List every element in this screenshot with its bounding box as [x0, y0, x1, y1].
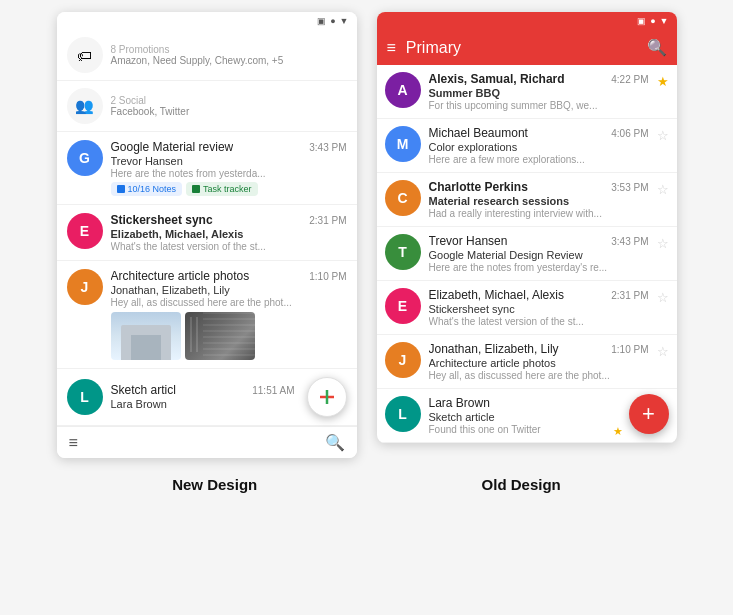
social-subtitle: Facebook, Twitter — [111, 106, 347, 117]
old-avatar-2: C — [385, 180, 421, 216]
star-filled-0[interactable]: ★ — [657, 74, 669, 89]
signal-icon: ● — [330, 16, 335, 26]
promotions-row[interactable]: 🏷 8 Promotions Amazon, Need Supply, Chew… — [57, 30, 357, 81]
old-sender-1: Michael Beaumont — [429, 126, 528, 140]
old-email-item-6[interactable]: L Lara Brown Sketch article Found this o… — [377, 389, 677, 443]
old-subject-0: Summer BBQ — [429, 87, 649, 99]
email-sender-0: Google Material review — [111, 140, 234, 154]
old-subject-4: Stickersheet sync — [429, 303, 649, 315]
old-email-item-2[interactable]: C Charlotte Perkins 3:53 PM Material res… — [377, 173, 677, 227]
star-empty-1[interactable]: ☆ — [657, 128, 669, 143]
old-email-content-4: Elizabeth, Michael, Alexis 2:31 PM Stick… — [429, 288, 649, 327]
new-design-mockup: ▣ ● ▼ 🏷 8 Promotions Amazon, Need Supply… — [57, 12, 357, 458]
hamburger-icon[interactable]: ≡ — [69, 434, 78, 452]
email-sender-2: Architecture article photos — [111, 269, 250, 283]
social-icon: 👥 — [67, 88, 103, 124]
wifi-icon: ▣ — [317, 16, 326, 26]
email-content-3: Sketch articl 11:51 AM Lara Brown — [111, 383, 295, 411]
avatar-2: J — [67, 269, 103, 305]
chip-tracker: Task tracker — [186, 182, 258, 196]
compose-fab-new[interactable] — [307, 377, 347, 417]
chip-notes-label: 10/16 Notes — [128, 184, 177, 194]
old-email-content-2: Charlotte Perkins 3:53 PM Material resea… — [429, 180, 649, 219]
old-email-content-5: Jonathan, Elizabeth, Lily 1:10 PM Archit… — [429, 342, 649, 381]
star-empty-2[interactable]: ☆ — [657, 182, 669, 197]
email-content-0: Google Material review 3:43 PM Trevor Ha… — [111, 140, 347, 196]
old-time-3: 3:43 PM — [611, 236, 648, 247]
email-item-1[interactable]: E Stickersheet sync 2:31 PM Elizabeth, M… — [57, 205, 357, 261]
promotions-subtitle: Amazon, Need Supply, Chewy.com, +5 — [111, 55, 347, 66]
avatar-letter-3: L — [80, 389, 89, 405]
email-subject-1: Elizabeth, Michael, Alexis — [111, 228, 347, 240]
avatar-letter-2: J — [81, 279, 89, 295]
email-list-new: 🏷 8 Promotions Amazon, Need Supply, Chew… — [57, 30, 357, 426]
compose-icon — [318, 388, 336, 406]
design-labels-row: New Design Old Design — [0, 468, 733, 493]
old-email-content-0: Alexis, Samual, Richard 4:22 PM Summer B… — [429, 72, 649, 111]
star-empty-4[interactable]: ☆ — [657, 290, 669, 305]
email-time-0: 3:43 PM — [309, 142, 346, 153]
old-preview-1: Here are a few more explorations... — [429, 154, 649, 165]
avatar-letter-1: E — [80, 223, 89, 239]
star-empty-5[interactable]: ☆ — [657, 344, 669, 359]
email-preview-0: Here are the notes from yesterda... — [111, 168, 347, 179]
social-info: 2 Social Facebook, Twitter — [111, 95, 347, 117]
old-time-0: 4:22 PM — [611, 74, 648, 85]
email-header-0: Google Material review 3:43 PM — [111, 140, 347, 154]
email-item-2[interactable]: J Architecture article photos 1:10 PM Jo… — [57, 261, 357, 369]
old-sender-3: Trevor Hansen — [429, 234, 508, 248]
old-email-content-1: Michael Beaumont 4:06 PM Color explorati… — [429, 126, 649, 165]
wifi-icon-old: ▣ — [637, 16, 646, 26]
battery-icon-old: ▼ — [660, 16, 669, 26]
old-time-5: 1:10 PM — [611, 344, 648, 355]
email-content-1: Stickersheet sync 2:31 PM Elizabeth, Mic… — [111, 213, 347, 252]
search-icon-bottom[interactable]: 🔍 — [325, 433, 345, 452]
email-time-3: 11:51 AM — [252, 385, 294, 396]
email-preview-2: Hey all, as discussed here are the phot.… — [111, 297, 347, 308]
email-time-1: 2:31 PM — [309, 215, 346, 226]
old-avatar-6: L — [385, 396, 421, 432]
old-email-item-3[interactable]: T Trevor Hansen 3:43 PM Google Material … — [377, 227, 677, 281]
promotions-icon: 🏷 — [67, 37, 103, 73]
signal-icon-old: ● — [650, 16, 655, 26]
email-subject-2: Jonathan, Elizabeth, Lily — [111, 284, 347, 296]
old-email-item-5[interactable]: J Jonathan, Elizabeth, Lily 1:10 PM Arch… — [377, 335, 677, 389]
old-email-item-1[interactable]: M Michael Beaumont 4:06 PM Color explora… — [377, 119, 677, 173]
star-small-bottom[interactable]: ★ — [613, 425, 623, 438]
email-sender-3: Sketch articl — [111, 383, 176, 397]
email-time-2: 1:10 PM — [309, 271, 346, 282]
old-sender-0: Alexis, Samual, Richard — [429, 72, 565, 86]
old-time-4: 2:31 PM — [611, 290, 648, 301]
email-subject-3: Lara Brown — [111, 398, 295, 410]
old-preview-3: Here are the notes from yesterday's re..… — [429, 262, 649, 273]
old-sender-2: Charlotte Perkins — [429, 180, 528, 194]
old-design-mockup: ▣ ● ▼ ≡ Primary 🔍 A Alexis, Samual, Rich… — [377, 12, 677, 443]
battery-icon: ▼ — [340, 16, 349, 26]
old-subject-3: Google Material Design Review — [429, 249, 649, 261]
email-item-0[interactable]: G Google Material review 3:43 PM Trevor … — [57, 132, 357, 205]
star-empty-3[interactable]: ☆ — [657, 236, 669, 251]
status-bar-old: ▣ ● ▼ — [377, 12, 677, 30]
compose-fab-old[interactable]: + — [629, 394, 669, 434]
old-sender-5: Jonathan, Elizabeth, Lily — [429, 342, 559, 356]
email-header-1: Stickersheet sync 2:31 PM — [111, 213, 347, 227]
new-design-label: New Design — [172, 476, 257, 493]
search-icon-old[interactable]: 🔍 — [647, 38, 667, 57]
email-subject-0: Trevor Hansen — [111, 155, 347, 167]
email-chips-0: 10/16 Notes Task tracker — [111, 182, 347, 196]
promotions-count: 8 Promotions — [111, 44, 347, 55]
old-email-item-0[interactable]: A Alexis, Samual, Richard 4:22 PM Summer… — [377, 65, 677, 119]
old-sender-4: Elizabeth, Michael, Alexis — [429, 288, 564, 302]
old-email-item-4[interactable]: E Elizabeth, Michael, Alexis 2:31 PM Sti… — [377, 281, 677, 335]
email-list-old: A Alexis, Samual, Richard 4:22 PM Summer… — [377, 65, 677, 443]
old-preview-5: Hey all, as discussed here are the phot.… — [429, 370, 649, 381]
old-avatar-1: M — [385, 126, 421, 162]
old-subject-2: Material research sessions — [429, 195, 649, 207]
menu-icon-old[interactable]: ≡ — [387, 39, 396, 57]
email-header-3: Sketch articl 11:51 AM — [111, 383, 295, 397]
arch-photo-1 — [111, 312, 181, 360]
social-row[interactable]: 👥 2 Social Facebook, Twitter — [57, 81, 357, 132]
email-item-3[interactable]: L Sketch articl 11:51 AM Lara Brown — [57, 369, 357, 426]
avatar-0: G — [67, 140, 103, 176]
old-sender-6: Lara Brown — [429, 396, 490, 410]
